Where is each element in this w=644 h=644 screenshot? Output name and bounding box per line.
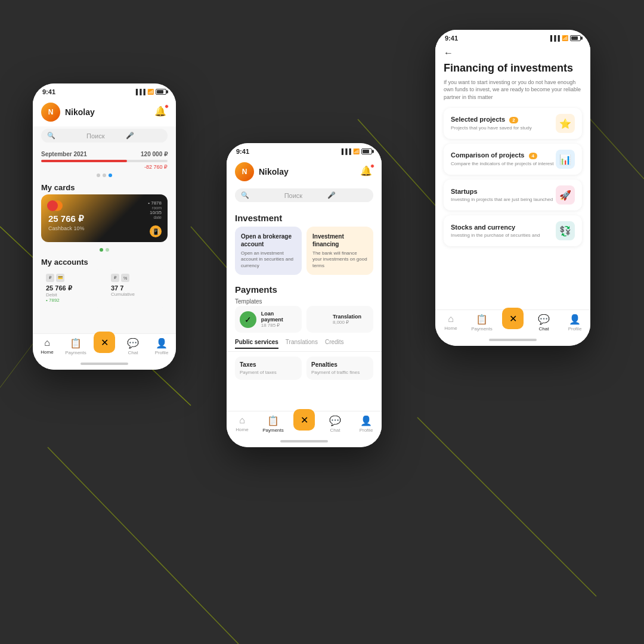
user-name-1: Nikolay bbox=[65, 107, 95, 117]
tab-translations[interactable]: Translations bbox=[286, 339, 318, 349]
invest-item-3[interactable]: Stocks and currency Investing in the pur… bbox=[444, 215, 582, 246]
account-cumulative[interactable]: ₽ % 37 7 Cumulative bbox=[106, 269, 168, 308]
payment1-amount: 18 785 ₽ bbox=[261, 323, 297, 328]
nav-payments-3[interactable]: 📋 Payments bbox=[466, 314, 497, 332]
accounts-row: ₽ 💳 25 766 ₽ Debit • 7892 ₽ % 37 7 Cumul… bbox=[33, 269, 176, 311]
center-btn-1[interactable]: ✕ bbox=[94, 332, 115, 353]
nav-home-1[interactable]: ⌂ Home bbox=[33, 338, 61, 355]
invest-item-2[interactable]: Startups Investing in projects that are … bbox=[444, 179, 582, 210]
month-label: September 2021 bbox=[41, 151, 87, 157]
time-1: 9:41 bbox=[42, 88, 55, 95]
budget-negative: -82 760 ₽ bbox=[33, 163, 176, 172]
invest-item-0-desc: Projects that you have saved for study bbox=[451, 125, 556, 131]
center-btn-3[interactable]: ✕ bbox=[502, 308, 524, 329]
nav-center-1[interactable]: ✕ bbox=[90, 338, 119, 355]
status-bar-1: 9:41 ▐▐▐ 📶 bbox=[33, 83, 176, 98]
account1-label: Debit bbox=[46, 292, 98, 298]
home-icon-3: ⌂ bbox=[448, 314, 454, 324]
tab-credits[interactable]: Credits bbox=[325, 339, 344, 349]
nav-chat-2[interactable]: 💬 Chat bbox=[320, 415, 351, 433]
invest-item-2-desc: Investing in projects that are just bein… bbox=[451, 197, 556, 203]
invest-card-financing[interactable]: Investment financing The bank will finan… bbox=[306, 227, 373, 275]
nav-profile-2[interactable]: 👤 Profile bbox=[351, 415, 382, 433]
card-cashback: Cashback 10% bbox=[48, 225, 160, 231]
user-header-1: N Nikolay 🔔 bbox=[33, 98, 176, 126]
nav-chat-3[interactable]: 💬 Chat bbox=[528, 314, 559, 332]
card-dots bbox=[33, 247, 176, 254]
selected-projects-icon: ⭐ bbox=[556, 114, 575, 133]
back-button[interactable]: ← bbox=[444, 44, 582, 62]
invest-item-0-title: Selected projects 2 bbox=[451, 116, 556, 123]
templates-label: Templates bbox=[227, 297, 382, 306]
payment-translation[interactable]: Translation 8,000 ₽ bbox=[306, 306, 373, 333]
payments-icon-3: 📋 bbox=[476, 314, 488, 325]
invest-item-2-title: Startups bbox=[451, 188, 556, 195]
nav-payments-2[interactable]: 📋 Payments bbox=[258, 415, 289, 433]
brokerage-title: Open a brokerage account bbox=[241, 233, 296, 248]
svg-line-4 bbox=[417, 417, 596, 596]
phone-right: 9:41 ▐▐▐ 📶 ← Financing of investments If… bbox=[435, 30, 590, 346]
investment-section: Investment Open a brokerage account Open… bbox=[227, 207, 382, 282]
bell-icon-2[interactable]: 🔔 bbox=[360, 165, 373, 178]
bottom-nav-2: ⌂ Home 📋 Payments ✕ 💬 Chat 👤 Profile bbox=[227, 411, 382, 435]
penalties-desc: Payment of traffic fines bbox=[311, 370, 369, 375]
time-2: 9:41 bbox=[236, 148, 249, 155]
bell-icon-1[interactable]: 🔔 bbox=[154, 106, 168, 119]
mastercard-icon bbox=[47, 200, 58, 211]
taxes-title: Taxes bbox=[240, 361, 297, 368]
invest-item-3-desc: Investing in the purchase of securities … bbox=[451, 233, 556, 239]
service-penalties[interactable]: Penalties Payment of traffic fines bbox=[306, 357, 373, 380]
payments-icon-2: 📋 bbox=[267, 415, 279, 426]
nav-profile-1[interactable]: 👤 Profile bbox=[147, 338, 176, 355]
budget-bar bbox=[41, 160, 168, 162]
invest-item-0[interactable]: Selected projects 2 Projects that you ha… bbox=[444, 108, 582, 139]
nav-profile-3[interactable]: 👤 Profile bbox=[559, 314, 590, 332]
cards-title: My cards bbox=[33, 179, 176, 194]
profile-icon-3: 👤 bbox=[569, 314, 581, 325]
penalties-title: Penalties bbox=[311, 361, 369, 368]
loan-icon: ✓ bbox=[240, 311, 256, 328]
account1-amount: 25 766 ₽ bbox=[46, 284, 98, 292]
budget-dots bbox=[33, 172, 176, 179]
svg-line-1 bbox=[48, 447, 239, 644]
nav-home-3[interactable]: ⌂ Home bbox=[435, 314, 466, 332]
invest-cards: Open a brokerage account Open an investm… bbox=[235, 227, 373, 280]
signal-icons-1: ▐▐▐ 📶 bbox=[134, 89, 166, 95]
comparison-icon: 📊 bbox=[556, 150, 575, 169]
startups-icon: 🚀 bbox=[556, 185, 575, 205]
avatar-1: N bbox=[41, 103, 60, 122]
search-bar-1[interactable]: 🔍 Поиск 🎤 bbox=[41, 129, 168, 143]
mic-icon-2[interactable]: 🎤 bbox=[327, 191, 367, 199]
nav-payments-1[interactable]: 📋 Payments bbox=[61, 338, 90, 355]
payment-loan[interactable]: ✓ Loan payment 18 785 ₽ bbox=[235, 306, 302, 333]
mic-icon-1[interactable]: 🎤 bbox=[126, 132, 162, 140]
status-bar-3: 9:41 ▐▐▐ 📶 bbox=[435, 30, 590, 44]
nav-center-3[interactable]: ✕ bbox=[497, 314, 528, 332]
nav-center-2[interactable]: ✕ bbox=[289, 415, 320, 433]
home-icon-2: ⌂ bbox=[239, 415, 245, 426]
invest-item-1[interactable]: Comparison of projects 4 Compare the ind… bbox=[444, 144, 582, 175]
invest-card-brokerage[interactable]: Open a brokerage account Open an investm… bbox=[235, 227, 302, 275]
profile-icon-1: 👤 bbox=[156, 338, 168, 349]
brokerage-desc: Open an investment account in securities… bbox=[241, 250, 296, 269]
taxes-desc: Payment of taxes bbox=[240, 370, 297, 375]
signal-icons-2: ▐▐▐ 📶 bbox=[340, 148, 372, 154]
signal-icons-3: ▐▐▐ 📶 bbox=[549, 35, 581, 41]
time-3: 9:41 bbox=[445, 35, 458, 42]
nav-chat-1[interactable]: 💬 Chat bbox=[119, 338, 147, 355]
service-cards: Taxes Payment of taxes Penalties Payment… bbox=[227, 352, 382, 385]
financing-title: Investment financing bbox=[312, 233, 367, 248]
month-amount: 120 000 ₽ bbox=[141, 151, 168, 157]
account-debit[interactable]: ₽ 💳 25 766 ₽ Debit • 7892 bbox=[41, 269, 103, 308]
account2-label: Cumulative bbox=[111, 292, 163, 297]
nav-home-2[interactable]: ⌂ Home bbox=[227, 415, 258, 433]
badge-1: 4 bbox=[529, 153, 537, 159]
payments-icon-1: 📋 bbox=[70, 338, 82, 349]
search-bar-2[interactable]: 🔍 Поиск 🎤 bbox=[235, 188, 373, 202]
account1-num: • 7892 bbox=[46, 298, 98, 303]
bottom-nav-1: ⌂ Home 📋 Payments ✕ 💬 Chat 👤 Profile bbox=[33, 333, 176, 358]
tab-public[interactable]: Public services bbox=[235, 339, 278, 349]
center-btn-2[interactable]: ✕ bbox=[293, 409, 315, 431]
payment1-name: Loan payment bbox=[261, 311, 297, 323]
service-taxes[interactable]: Taxes Payment of taxes bbox=[235, 357, 302, 380]
